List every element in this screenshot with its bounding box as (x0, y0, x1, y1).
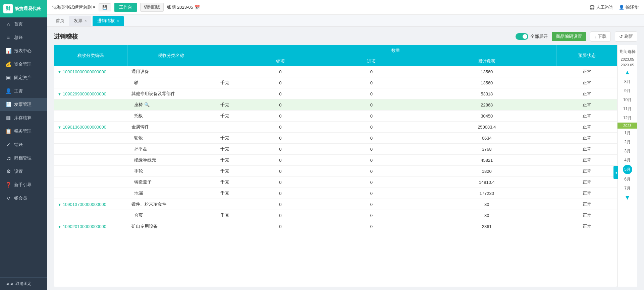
month-8[interactable]: 8月 (618, 77, 637, 86)
sidebar-item-inventory[interactable]: ▦ 库存核算 (0, 111, 47, 125)
guide-icon: ❓ (5, 182, 11, 188)
table-row: ▼109013600000000000 金属铸件 0 0 250083.4 正常 (54, 122, 617, 133)
table-row: 轮毂 千克 0 0 6634 正常 (54, 133, 617, 144)
sidebar-item-home[interactable]: ⌂ 首页 (0, 17, 47, 31)
sidebar-item-tax[interactable]: 📋 税务管理 (0, 125, 47, 138)
refresh-icon: ↺ (619, 34, 623, 39)
save-button[interactable]: 💾 (99, 3, 111, 11)
month-4[interactable]: 4月 (618, 156, 637, 165)
col-header-unit (215, 45, 235, 56)
sidebar-item-ledger[interactable]: ≡ 总账 (0, 31, 47, 44)
topbar-right: 🎧 人工咨询 👤 徐泽华 (589, 4, 639, 10)
scroll-up-button[interactable]: ▲ (623, 68, 632, 77)
table-cell-name: 铸造盖子 (127, 177, 215, 188)
table-cell-purchase: 0 (326, 188, 417, 199)
sidebar-item-archive[interactable]: 🗂 归档管理 (0, 151, 47, 165)
month-11[interactable]: 11月 (618, 104, 637, 114)
sidebar-item-settings[interactable]: ⚙ 设置 (0, 165, 47, 178)
download-icon: ↓ (594, 34, 597, 39)
calendar-icon[interactable]: 📅 (195, 5, 200, 10)
table-cell-name: 轴 (127, 77, 215, 88)
table-cell-code (54, 111, 127, 122)
main-area: 沈海英测试经营勿删 ▾ 💾 工作台 切到旧版 账期 2023-05 📅 🎧 人工… (47, 0, 644, 290)
tax-icon: 📋 (5, 128, 11, 134)
table-cell-sales: 0 (235, 66, 326, 77)
month-5-active[interactable]: 5月 (623, 165, 632, 174)
collapse-icon[interactable]: ▼ (58, 225, 61, 229)
table-cell-warning: 正常 (557, 221, 617, 232)
panel-toggle-button[interactable]: ◂ (613, 166, 618, 179)
month-3[interactable]: 3月 (618, 147, 637, 156)
month-2[interactable]: 2月 (618, 138, 637, 147)
switch-version-button[interactable]: 切到旧版 (140, 3, 164, 12)
user-profile[interactable]: 👤 徐泽华 (619, 4, 639, 10)
table-cell-name: 手轮 (127, 166, 215, 177)
month-10[interactable]: 10月 (618, 95, 637, 104)
period-display: 账期 2023-05 📅 (167, 4, 200, 10)
refresh-button[interactable]: ↺ 刷新 (615, 31, 637, 42)
table-cell-warning: 正常 (557, 133, 617, 144)
month-6[interactable]: 6月 (618, 175, 637, 184)
table-row: 手轮 千克 0 0 1820 正常 (54, 166, 617, 177)
month-12[interactable]: 12月 (618, 114, 637, 123)
company-selector[interactable]: 沈海英测试经营勿删 ▾ (52, 4, 95, 10)
download-label: 下载 (598, 33, 606, 40)
sidebar-item-label: 库存核算 (14, 115, 32, 121)
tab-reconcile[interactable]: 进销稽核 × (93, 16, 123, 26)
sidebar-item-label: 工资 (14, 88, 23, 94)
sidebar-item-guide[interactable]: ❓ 新手引导 (0, 178, 47, 192)
expand-toggle[interactable] (516, 33, 528, 40)
sidebar: 财 畅捷通易代账 ⌂ 首页 ≡ 总账 📊 报表中心 💰 资金管理 ▣ 固定资产 … (0, 0, 47, 290)
sku-settings-button[interactable]: 商品编码设置 (552, 32, 586, 41)
collapse-icon[interactable]: ▼ (58, 125, 61, 129)
workbench-button[interactable]: 工作台 (114, 3, 137, 12)
table-row: ▼109020100000000000 矿山专用设备 0 0 2361 正常 (54, 221, 617, 232)
table-cell-code: ▼109029900000000000 (54, 88, 127, 99)
sidebar-item-invoice[interactable]: 🧾 发票管理 (0, 98, 47, 111)
table-cell-warning: 正常 (557, 88, 617, 99)
sidebar-item-fund[interactable]: 💰 资金管理 (0, 58, 47, 71)
table-cell-warning: 正常 (557, 155, 617, 166)
table-cell-cumulative: 3768 (417, 144, 557, 155)
customer-service-button[interactable]: 🎧 人工咨询 (589, 4, 613, 10)
table-cell-code (54, 177, 127, 188)
download-button[interactable]: ↓ 下载 (590, 31, 611, 42)
payroll-icon: 👤 (5, 88, 11, 94)
month-7[interactable]: 7月 (618, 184, 637, 193)
month-1[interactable]: 1月 (618, 129, 637, 138)
table-cell-sales: 0 (235, 133, 326, 144)
table-cell-warning: 正常 (557, 144, 617, 155)
col-header-purchase: 进项 (326, 56, 417, 66)
table-cell-unit: 千克 (215, 177, 235, 188)
sidebar-item-settlement[interactable]: ✓ 结账 (0, 138, 47, 151)
sidebar-unpin-button[interactable]: ◄◄ 取消固定 (0, 277, 47, 290)
scroll-down-button[interactable]: ▼ (623, 193, 632, 203)
table-cell-name: 金属铸件 (127, 122, 215, 133)
collapse-icon[interactable]: ▼ (58, 92, 61, 96)
sidebar-item-fixed-assets[interactable]: ▣ 固定资产 (0, 71, 47, 84)
table-cell-warning: 正常 (557, 111, 617, 122)
tab-reconcile-close-icon[interactable]: × (117, 19, 119, 23)
table-row: 铸造盖子 千克 0 0 14810.4 正常 (54, 177, 617, 188)
sidebar-item-reports[interactable]: 📊 报表中心 (0, 44, 47, 58)
gear-icon: ⚙ (5, 168, 11, 174)
col-header-tax-code: 税收分类编码 (54, 45, 127, 66)
table-cell-unit (215, 88, 235, 99)
table-scroll[interactable]: 税收分类编码 税收分类名称 数量 预警状态 销项 进项 累计数额 (54, 45, 617, 287)
table-row: 轴 千克 0 0 13560 正常 (54, 77, 617, 88)
month-9[interactable]: 9月 (618, 86, 637, 95)
sidebar-item-payroll[interactable]: 👤 工资 (0, 84, 47, 98)
tab-invoice-close-icon[interactable]: × (85, 19, 87, 23)
collapse-icon[interactable]: ▼ (58, 203, 61, 207)
table-cell-code (54, 155, 127, 166)
sidebar-item-vip[interactable]: V 畅会员 (0, 192, 47, 205)
headset-icon: 🎧 (589, 5, 595, 10)
user-name: 徐泽华 (626, 4, 639, 10)
table-cell-purchase: 0 (326, 221, 417, 232)
tab-invoice[interactable]: 发票 × (69, 16, 91, 26)
search-icon[interactable]: 🔍 (144, 102, 150, 107)
collapse-icon[interactable]: ▼ (58, 70, 61, 74)
table-cell-purchase: 0 (326, 166, 417, 177)
year-2023[interactable]: 2023 (618, 123, 637, 129)
tab-home[interactable]: 首页 (52, 16, 68, 26)
